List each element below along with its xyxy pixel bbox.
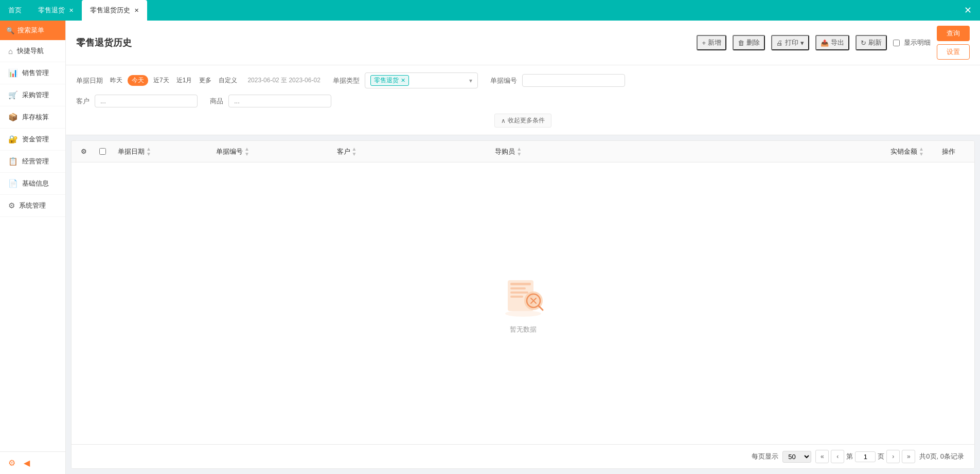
sidebar-item-quicknav-label: 快捷导航 [17,46,44,56]
th-customer[interactable]: 客户 ▲▼ [333,147,491,157]
bill-type-label: 单据类型 [333,76,360,85]
content-area: 零售退货历史 + 新增 🗑 删除 🖨 打印 ▾ 📤 导出 [66,21,980,474]
th-guide[interactable]: 导购员 ▲▼ [491,147,612,157]
svg-rect-2 [510,283,531,285]
date-opt-more[interactable]: 更多 [197,75,213,86]
operations-icon: 📋 [8,157,18,166]
page-suffix: 页 [878,452,884,461]
bill-type-select[interactable]: 零售退货 ✕ ▾ [365,72,478,88]
th-amount-label: 实销金额 [890,147,917,156]
query-set-buttons: 查询 设置 [937,26,970,60]
print-button[interactable]: 🖨 打印 ▾ [771,35,809,50]
main-layout: 🔍 搜索菜单 ⌂ 快捷导航 📊 销售管理 🛒 采购管理 📦 库存核算 🔐 资金管… [0,21,980,474]
th-action-label: 操作 [942,147,955,156]
sidebar-item-system-label: 系统管理 [19,201,46,210]
tab-retail-return-history[interactable]: 零售退货历史 ✕ [82,0,147,21]
table-container: ⚙ 单据日期 ▲▼ 单据编号 ▲▼ 客户 ▲▼ 导购员 [71,140,975,469]
page-label: 第 [846,452,853,461]
th-customer-label: 客户 [337,147,350,156]
bill-no-input[interactable] [522,74,625,87]
export-icon: 📤 [821,39,829,47]
th-action: 操作 [928,147,969,156]
table-header: ⚙ 单据日期 ▲▼ 单据编号 ▲▼ 客户 ▲▼ 导购员 [72,141,974,162]
system-icon: ⚙ [8,201,15,210]
page-prev-button[interactable]: ‹ [831,450,844,463]
refresh-icon: ↻ [861,39,866,47]
export-label: 导出 [831,38,844,47]
sidebar-item-operations[interactable]: 📋 经营管理 [0,151,65,173]
select-all-checkbox[interactable] [99,148,106,155]
sidebar-item-quicknav[interactable]: ⌂ 快捷导航 [0,40,65,62]
date-opt-7days[interactable]: 近7天 [151,75,171,86]
sidebar-item-operations-label: 经营管理 [22,157,49,166]
tab-home[interactable]: 首页 [0,0,30,21]
empty-state: 暂无数据 [72,162,974,444]
date-opt-custom[interactable]: 自定义 [217,75,239,86]
page-number-input[interactable] [855,451,876,462]
delete-label: 删除 [746,38,760,47]
show-detail-label: 显示明细 [893,38,931,47]
set-button[interactable]: 设置 [937,44,970,60]
per-page-select[interactable]: 10 20 50 100 [782,451,811,463]
date-opt-yesterday[interactable]: 昨天 [108,75,124,86]
bill-date-group: 单据日期 昨天 今天 近7天 近1月 更多 自定义 2023-06-02 至 2… [76,75,320,86]
sidebar-item-inventory[interactable]: 📦 库存核算 [0,106,65,129]
export-button[interactable]: 📤 导出 [815,35,849,50]
empty-illustration [497,272,549,319]
th-bill-date-label: 单据日期 [118,147,145,156]
tab-retail-return-history-close[interactable]: ✕ [134,7,139,14]
date-opt-today[interactable]: 今天 [128,75,148,86]
window-close-button[interactable]: ✕ [956,5,980,16]
tab-retail-return[interactable]: 零售退货 ✕ [30,0,82,21]
collapse-button[interactable]: ∧ 收起更多条件 [494,114,551,127]
sidebar-item-inventory-label: 库存核算 [22,113,49,122]
page-last-button[interactable]: » [902,450,915,463]
delete-button[interactable]: 🗑 删除 [733,35,765,50]
th-bill-no-label: 单据编号 [216,147,243,156]
th-settings[interactable]: ⚙ [77,148,95,155]
header-actions: + 新增 🗑 删除 🖨 打印 ▾ 📤 导出 ↻ 刷 [697,26,970,60]
query-button[interactable]: 查询 [937,26,970,41]
show-detail-checkbox[interactable] [893,40,900,46]
purchase-icon: 🛒 [8,90,18,100]
new-label: 新增 [708,38,721,47]
th-bill-no[interactable]: 单据编号 ▲▼ [212,147,333,157]
settings-bottom-icon[interactable]: ⚙ [8,458,15,468]
empty-text: 暂无数据 [510,325,537,334]
customer-label: 客户 [76,97,90,106]
show-detail-text: 显示明细 [904,38,931,47]
page-first-button[interactable]: « [815,450,829,463]
date-opt-1month[interactable]: 近1月 [174,75,194,86]
tab-retail-return-close[interactable]: ✕ [69,7,74,14]
bill-no-sort-icon: ▲▼ [244,147,250,157]
page-next-button[interactable]: › [886,450,900,463]
goods-input[interactable] [228,95,331,107]
date-range-value: 2023-06-02 至 2023-06-02 [247,76,320,85]
sidebar-item-basic-info[interactable]: 📄 基础信息 [0,173,65,195]
new-button[interactable]: + 新增 [697,35,726,50]
filter-area: 单据日期 昨天 今天 近7天 近1月 更多 自定义 2023-06-02 至 2… [66,65,980,135]
delete-icon: 🗑 [738,39,744,47]
bill-type-tag-close[interactable]: ✕ [401,77,405,84]
th-checkbox[interactable] [95,148,114,155]
svg-rect-4 [510,291,528,294]
tab-list: 首页 零售退货 ✕ 零售退货历史 ✕ [0,0,956,21]
sidebar-item-system[interactable]: ⚙ 系统管理 [0,195,65,217]
bill-no-label: 单据编号 [490,76,517,85]
th-amount[interactable]: 实销金额 ▲▼ [845,147,928,157]
refresh-button[interactable]: ↻ 刷新 [856,35,887,50]
bill-type-group: 单据类型 零售退货 ✕ ▾ [333,72,478,88]
pagination: 每页显示 10 20 50 100 « ‹ 第 页 › » 共0页, 0条记录 [72,444,974,468]
bill-no-group: 单据编号 [490,74,625,87]
new-icon: + [702,39,706,47]
sidebar-item-purchase[interactable]: 🛒 采购管理 [0,84,65,106]
guide-sort-icon: ▲▼ [516,147,522,157]
sidebar-item-finance[interactable]: 🔐 资金管理 [0,129,65,151]
collapse-sidebar-icon[interactable]: ◀ [24,458,30,468]
sidebar-search[interactable]: 🔍 搜索菜单 [0,21,65,40]
th-guide-label: 导购员 [495,147,515,156]
sidebar-item-sales[interactable]: 📊 销售管理 [0,62,65,84]
print-chevron-icon: ▾ [800,39,804,47]
customer-input[interactable] [95,95,198,107]
th-bill-date[interactable]: 单据日期 ▲▼ [114,147,212,157]
